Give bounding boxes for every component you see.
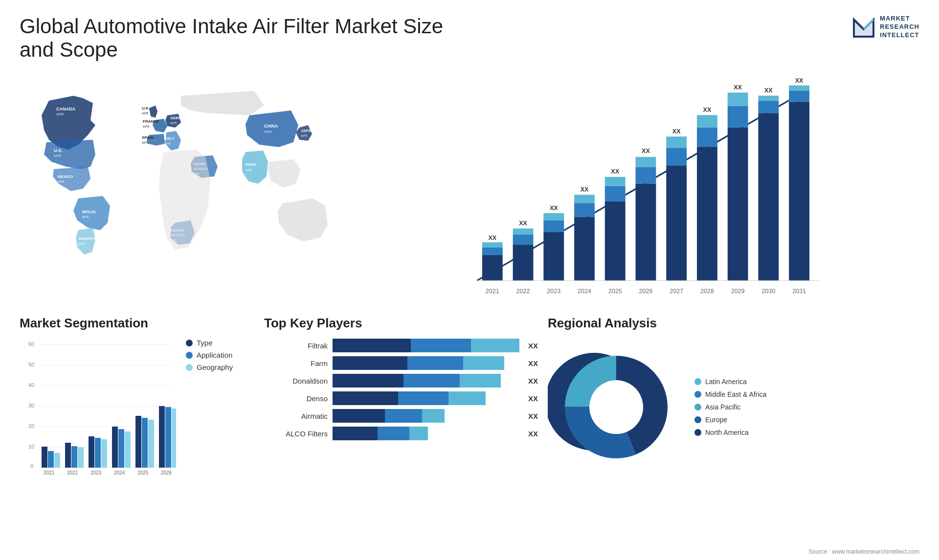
- player-row-airmatic: Airmatic XX: [264, 409, 538, 423]
- svg-rect-69: [666, 148, 687, 166]
- player-value-filtrak: XX: [528, 342, 538, 350]
- svg-text:xx%: xx%: [54, 153, 61, 158]
- bar-seg1: [333, 339, 411, 352]
- svg-rect-43: [513, 245, 534, 280]
- svg-rect-126: [148, 420, 154, 468]
- page-container: Global Automotive Intake Air Filter Mark…: [0, 0, 939, 560]
- svg-rect-49: [543, 220, 564, 232]
- svg-rect-73: [697, 147, 717, 280]
- page-title: Global Automotive Intake Air Filter Mark…: [20, 15, 460, 62]
- legend-latin-america: Latin America: [694, 378, 766, 386]
- latin-america-dot: [694, 378, 701, 385]
- svg-rect-44: [513, 235, 534, 245]
- application-label: Application: [197, 351, 232, 359]
- player-name-filtrak: Filtrak: [264, 342, 328, 350]
- svg-text:MEXICO: MEXICO: [58, 174, 73, 179]
- header: Global Automotive Intake Air Filter Mark…: [20, 15, 919, 62]
- svg-rect-74: [697, 128, 717, 147]
- bar-seg2: [398, 391, 448, 405]
- svg-text:2030: 2030: [761, 288, 775, 295]
- svg-rect-121: [118, 429, 124, 468]
- player-name-alco: ALCO Filters: [264, 430, 328, 438]
- svg-text:2028: 2028: [700, 288, 714, 295]
- type-label: Type: [197, 339, 213, 347]
- svg-text:50: 50: [28, 362, 34, 367]
- svg-rect-50: [543, 213, 564, 220]
- player-value-denso: XX: [528, 394, 538, 403]
- player-value-donaldson: XX: [528, 377, 538, 385]
- bar-seg1: [333, 374, 403, 388]
- svg-text:XX: XX: [488, 235, 496, 241]
- svg-rect-83: [758, 113, 779, 280]
- svg-text:xx%: xx%: [142, 111, 148, 115]
- mea-label: Middle East & Africa: [705, 390, 766, 398]
- svg-rect-114: [78, 447, 84, 468]
- regional-legend: Latin America Middle East & Africa Asia …: [694, 378, 766, 436]
- seg-legend: Type Application Geography: [186, 339, 233, 371]
- svg-text:xx%: xx%: [170, 121, 177, 125]
- type-dot: [186, 340, 193, 346]
- svg-text:INDIA: INDIA: [246, 162, 256, 167]
- bar-seg3: [463, 356, 504, 370]
- player-bar-farm: [333, 356, 519, 370]
- svg-rect-38: [482, 255, 503, 280]
- player-bar-filtrak: [333, 339, 519, 352]
- svg-rect-108: [42, 447, 47, 468]
- svg-rect-45: [513, 229, 534, 235]
- svg-rect-120: [112, 427, 118, 468]
- svg-text:XX: XX: [642, 148, 650, 154]
- svg-rect-54: [574, 203, 595, 216]
- svg-text:FRANCE: FRANCE: [143, 119, 159, 124]
- svg-text:2027: 2027: [670, 288, 683, 295]
- svg-text:0: 0: [30, 463, 33, 469]
- bar-seg3: [460, 374, 501, 388]
- svg-text:2024: 2024: [578, 288, 591, 295]
- svg-text:xx%: xx%: [56, 112, 64, 116]
- bar-seg2: [411, 339, 470, 352]
- player-name-farm: Farm: [264, 359, 328, 367]
- svg-rect-118: [101, 439, 107, 468]
- svg-rect-60: [605, 177, 626, 186]
- segmentation-section: Market Segmentation 60 50 40 30 20 10 0: [20, 316, 254, 501]
- players-list: Filtrak XX Farm XX: [264, 339, 538, 440]
- svg-text:XX: XX: [734, 84, 742, 91]
- svg-text:SPAIN: SPAIN: [142, 135, 154, 140]
- player-value-airmatic: XX: [528, 412, 538, 420]
- svg-rect-80: [728, 92, 748, 106]
- svg-rect-53: [574, 217, 595, 281]
- bar-seg3: [471, 339, 519, 352]
- svg-text:30: 30: [28, 403, 34, 409]
- svg-text:XX: XX: [764, 87, 773, 94]
- growth-chart-section: XX 2021 XX 2022 XX 2023 XX 2024: [362, 71, 919, 306]
- bar-seg3: [422, 409, 445, 423]
- geography-label: Geography: [197, 363, 233, 371]
- svg-rect-78: [728, 128, 748, 281]
- bar-seg1: [333, 409, 385, 423]
- player-row-alco: ALCO Filters XX: [264, 427, 538, 440]
- svg-text:CANADA: CANADA: [56, 107, 75, 111]
- svg-text:2024: 2024: [114, 470, 125, 475]
- europe-dot: [694, 416, 701, 423]
- svg-rect-39: [482, 247, 503, 255]
- growth-chart-svg: XX 2021 XX 2022 XX 2023 XX 2024: [367, 76, 915, 301]
- geography-dot: [186, 364, 193, 371]
- svg-text:xx%: xx%: [143, 125, 149, 128]
- svg-rect-109: [48, 451, 54, 468]
- svg-text:2025: 2025: [137, 470, 149, 475]
- bar-seg3: [448, 391, 486, 405]
- regional-title: Regional Analysis: [548, 316, 919, 331]
- svg-rect-88: [789, 102, 809, 280]
- svg-text:XX: XX: [581, 186, 589, 193]
- svg-text:20: 20: [28, 423, 34, 429]
- europe-label: Europe: [705, 416, 727, 424]
- bar-seg2: [378, 427, 409, 440]
- svg-text:2021: 2021: [486, 288, 499, 295]
- svg-rect-70: [666, 136, 687, 148]
- svg-text:JAPAN: JAPAN: [301, 129, 314, 133]
- svg-text:ITALY: ITALY: [164, 136, 175, 141]
- svg-text:60: 60: [28, 341, 34, 347]
- source-text: Source : www.marketresearchintellect.com: [808, 548, 919, 555]
- logo-container: MARKET RESEARCH INTELLECT: [851, 15, 919, 40]
- svg-text:XX: XX: [672, 128, 681, 135]
- svg-rect-130: [172, 409, 176, 468]
